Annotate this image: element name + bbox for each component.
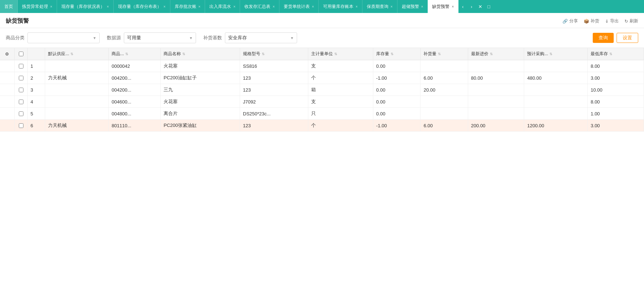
col-estimated-purchase[interactable]: 预计采购... ⇅	[524, 48, 588, 60]
col-latest-price[interactable]: 最新进价 ⇅	[468, 48, 524, 60]
col-default-supplier[interactable]: 默认供应... ⇅	[45, 48, 109, 60]
row-checkbox[interactable]	[19, 100, 23, 104]
tab-nav-expand[interactable]: □	[484, 0, 493, 13]
row-supplement: 6.00	[421, 72, 468, 84]
tab-close-4[interactable]: ×	[199, 5, 201, 9]
tab-expiry-query[interactable]: 保质期查询 ×	[362, 0, 397, 13]
col-supplement[interactable]: 补货量 ⇅	[421, 48, 468, 60]
refresh-action[interactable]: ↻ 刷新	[625, 18, 638, 24]
row-product-code: 004200...	[109, 84, 161, 96]
row-checkbox-cell	[14, 84, 27, 96]
row-latest-price	[468, 96, 524, 108]
col-checkbox	[14, 48, 27, 60]
col-product-name[interactable]: 商品名称 ⇅	[161, 48, 240, 60]
row-checkbox[interactable]	[19, 88, 23, 92]
filter-bar: 商品分类 ▼ 数据源 可用量 ▼ 补货基数 安全库存 ▼ 查询 设置	[0, 28, 644, 48]
table-body: 1 0000042 火花塞 SS816 支 0.00 8.00 2 力天机械 0…	[0, 60, 644, 132]
supplement-action[interactable]: 📦 补货	[584, 18, 599, 24]
replenish-arrow-icon: ▼	[290, 36, 294, 40]
col-product-code[interactable]: 商品... ⇅	[109, 48, 161, 60]
tab-close-7[interactable]: ×	[312, 5, 314, 9]
tab-close-3[interactable]: ×	[164, 5, 166, 9]
tab-close-11[interactable]: ×	[452, 5, 454, 9]
row-latest-price: 200.00	[468, 120, 524, 132]
row-num: 5	[27, 108, 45, 120]
query-button[interactable]: 查询	[593, 33, 614, 43]
filter-replenish-group: 补货基数 安全库存 ▼	[203, 32, 297, 43]
settings-button[interactable]: 设置	[617, 33, 638, 43]
row-checkbox[interactable]	[19, 76, 23, 80]
row-gear-cell	[0, 108, 14, 120]
tab-stock-distribution[interactable]: 现存量（库存分布表） ×	[114, 0, 170, 13]
tab-home[interactable]: 首页	[0, 0, 18, 13]
row-supplier	[45, 60, 109, 72]
tab-close-9[interactable]: ×	[391, 5, 393, 9]
tab-overstock-warning[interactable]: 超储预警 ×	[397, 0, 428, 13]
row-supplier	[45, 96, 109, 108]
tab-nav-close[interactable]: ✕	[476, 0, 484, 13]
category-select[interactable]: ▼	[27, 32, 100, 43]
row-checkbox-cell	[14, 72, 27, 84]
row-num: 6	[27, 120, 45, 132]
table-row[interactable]: 3 004200... 三九 123 箱 0.00 20.00 10.00	[0, 84, 644, 96]
row-num: 1	[27, 60, 45, 72]
row-latest-price	[468, 60, 524, 72]
tab-close-6[interactable]: ×	[273, 5, 275, 9]
row-spec: 123	[240, 72, 308, 84]
tab-nav-next[interactable]: ›	[467, 0, 476, 13]
row-checkbox[interactable]	[19, 64, 23, 69]
tab-close-10[interactable]: ×	[421, 5, 423, 9]
tab-close-5[interactable]: ×	[233, 5, 235, 9]
table-row[interactable]: 1 0000042 火花塞 SS816 支 0.00 8.00	[0, 60, 644, 72]
replenish-value: 安全库存	[228, 35, 247, 41]
sort-estimated-icon: ⇅	[549, 52, 552, 56]
gear-icon[interactable]: ⚙	[5, 52, 9, 57]
tab-close-8[interactable]: ×	[356, 5, 358, 9]
table-row[interactable]: 2 力天机械 004200... PC200油缸缸子 123 个 -1.00 6…	[0, 72, 644, 84]
sort-supplement-icon: ⇅	[438, 52, 441, 56]
tab-flow[interactable]: 出入库流水 ×	[205, 0, 240, 13]
tab-available-ledger[interactable]: 可用量库存账本 ×	[319, 0, 362, 13]
tab-receipt-summary[interactable]: 收发存汇总表 ×	[240, 0, 279, 13]
row-min-stock: 3.00	[588, 120, 644, 132]
col-unit[interactable]: 主计量单位 ⇅	[308, 48, 373, 60]
row-estimated-purchase: 1200.00	[524, 120, 588, 132]
row-checkbox[interactable]	[19, 111, 23, 116]
tab-close-2[interactable]: ×	[107, 5, 109, 9]
row-checkbox-cell	[14, 120, 27, 132]
tab-shortage-warning[interactable]: 缺货预警 ×	[428, 0, 458, 13]
tab-stock-status[interactable]: 现存量（库存状况表） ×	[57, 0, 114, 13]
replenish-select[interactable]: 安全库存 ▼	[225, 32, 297, 43]
table-row[interactable]: 4 004600... 火花塞 J7092 支 0.00 8.00	[0, 96, 644, 108]
row-product-code: 0000042	[109, 60, 161, 72]
col-spec[interactable]: 规格型号 ⇅	[240, 48, 308, 60]
col-min-stock[interactable]: 最低库存 ⇅	[588, 48, 644, 60]
col-gear[interactable]: ⚙	[0, 48, 14, 60]
tab-close-1[interactable]: ×	[50, 5, 52, 9]
table-row[interactable]: 6 力天机械 801110... PC200张紧油缸 123 个 -1.00 6…	[0, 120, 644, 132]
row-stock: 0.00	[373, 96, 421, 108]
table-row[interactable]: 5 004800... 离合片 DS250*23c... 只 0.00 1.00	[0, 108, 644, 120]
row-supplier	[45, 84, 109, 96]
export-action[interactable]: ⇓ 导出	[605, 18, 619, 24]
tab-picking-exception[interactable]: 拣货异常处理 ×	[18, 0, 57, 13]
row-supplier	[45, 108, 109, 120]
col-stock[interactable]: 库存量 ⇅	[373, 48, 421, 60]
row-checkbox[interactable]	[19, 123, 23, 128]
tab-batch-account[interactable]: 库存批次账 ×	[170, 0, 205, 13]
datasource-select[interactable]: 可用量 ▼	[124, 32, 196, 43]
tab-nav-prev[interactable]: ‹	[458, 0, 467, 13]
refresh-icon: ↻	[625, 19, 628, 24]
supplement-icon: 📦	[584, 19, 589, 24]
row-estimated-purchase	[524, 60, 588, 72]
filter-category-group: 商品分类 ▼	[6, 32, 100, 43]
row-unit: 只	[308, 108, 373, 120]
tab-order-stats[interactable]: 要货单统计表 ×	[279, 0, 319, 13]
row-product-name: PC200张紧油缸	[161, 120, 240, 132]
row-latest-price	[468, 84, 524, 96]
share-action[interactable]: 🔗 分享	[562, 18, 578, 24]
select-all-checkbox[interactable]	[19, 52, 23, 56]
datasource-arrow-icon: ▼	[189, 36, 193, 40]
row-spec: J7092	[240, 96, 308, 108]
row-stock: -1.00	[373, 120, 421, 132]
